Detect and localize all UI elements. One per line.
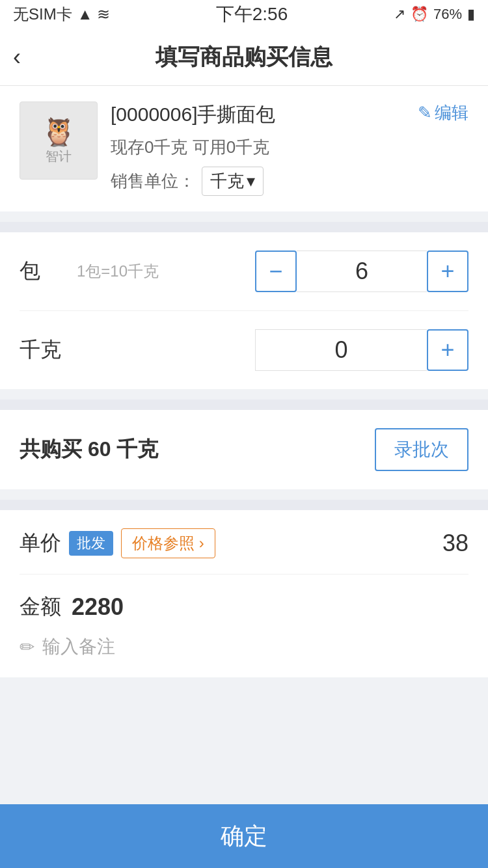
alarm-icon: ⏰ [411, 6, 428, 23]
wifi-icon: ▲ ≋ [77, 5, 110, 23]
section-separator-2 [0, 400, 488, 410]
bao-minus-button[interactable]: − [255, 251, 297, 292]
section-separator-3 [0, 500, 488, 510]
edit-icon: ✎ [418, 103, 432, 123]
bao-input[interactable] [297, 251, 427, 292]
bao-input-row: 包 1包=10千克 − + [20, 232, 468, 311]
price-tag: 批发 [69, 531, 113, 556]
bao-label: 包 [20, 257, 72, 286]
kg-plus-button[interactable]: + [427, 329, 468, 371]
battery-label: 76% [433, 6, 462, 23]
product-stock: 现存0千克 可用0千克 [111, 136, 468, 159]
location-icon: ↗ [394, 6, 405, 23]
bao-plus-button[interactable]: + [427, 251, 468, 292]
edit-button[interactable]: ✎ 编辑 [418, 102, 468, 124]
input-section: 包 1包=10千克 − + 千克 + [0, 232, 488, 389]
total-section: 共购买 60 千克 录批次 [0, 410, 488, 489]
back-button[interactable]: ‹ [13, 44, 21, 71]
price-section: 单价 批发 价格参照 › 38 [0, 510, 488, 575]
amount-label: 金额 [20, 593, 61, 621]
kg-label: 千克 [20, 336, 72, 364]
product-name: [0000006]手撕面包 [111, 102, 275, 128]
total-text: 共购买 60 千克 [20, 435, 158, 464]
battery-icon: ▮ [467, 6, 475, 23]
status-time: 下午2:56 [216, 2, 288, 27]
empty-area [0, 677, 488, 807]
total-amount: 60 [88, 437, 111, 461]
price-row: 单价 批发 价格参照 › 38 [20, 528, 468, 575]
status-right: ↗ ⏰ 76% ▮ [394, 6, 475, 23]
product-unit-row: 销售单位： 千克 ▾ [111, 167, 468, 196]
remark-row[interactable]: ✏ 输入备注 [20, 634, 468, 659]
amount-row: 金额 2280 [20, 593, 468, 621]
section-separator-1 [0, 222, 488, 232]
confirm-button[interactable]: 确定 [0, 804, 488, 868]
status-bar: 无SIM卡 ▲ ≋ 下午2:56 ↗ ⏰ 76% ▮ [0, 0, 488, 29]
unit-select[interactable]: 千克 ▾ [202, 167, 264, 196]
page-title: 填写商品购买信息 [156, 42, 332, 72]
carrier-label: 无SIM卡 [13, 4, 72, 25]
status-left: 无SIM卡 ▲ ≋ [13, 4, 110, 25]
product-image: 🦉 智计 [20, 102, 98, 180]
price-value: 38 [442, 530, 468, 557]
remark-placeholder: 输入备注 [42, 634, 115, 659]
price-label-group: 单价 批发 价格参照 › [20, 528, 215, 558]
bao-hint: 1包=10千克 [77, 261, 159, 282]
product-logo-text: 智计 [42, 148, 75, 165]
nav-bar: ‹ 填写商品购买信息 [0, 29, 488, 86]
pencil-icon: ✏ [20, 636, 34, 658]
batch-button[interactable]: 录批次 [375, 428, 468, 471]
kg-input-row: 千克 + [20, 311, 468, 389]
price-ref-button[interactable]: 价格参照 › [121, 528, 215, 558]
unit-label: 销售单位： [111, 170, 195, 193]
product-info: [0000006]手撕面包 ✎ 编辑 现存0千克 可用0千克 销售单位： 千克 … [111, 102, 468, 196]
product-card: 🦉 智计 [0000006]手撕面包 ✎ 编辑 现存0千克 可用0千克 销售单位… [0, 86, 488, 211]
chevron-down-icon: ▾ [247, 171, 255, 191]
kg-controls: + [255, 329, 468, 371]
product-name-row: [0000006]手撕面包 ✎ 编辑 [111, 102, 468, 128]
kg-input[interactable] [255, 329, 427, 371]
amount-section: 金额 2280 ✏ 输入备注 [0, 575, 488, 677]
price-label: 单价 [20, 529, 61, 558]
amount-value: 2280 [72, 593, 124, 621]
bao-controls: − + [255, 251, 468, 292]
